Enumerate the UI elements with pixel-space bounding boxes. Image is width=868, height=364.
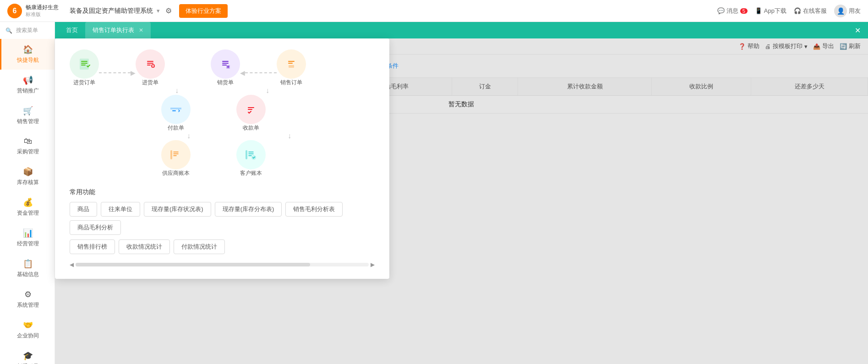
func-btn-partner[interactable]: 往来单位 [101,202,140,217]
marketing-icon: 📢 [23,75,33,85]
common-functions-section: 常用功能 商品 往来单位 现存量(库存状况表) 现存量(库存分布表) 销售毛利分… [70,188,375,254]
trial-button[interactable]: 体验行业方案 [179,4,228,18]
purchase-bill-circle[interactable] [136,49,165,79]
download-icon: 📱 [755,7,762,14]
tabs-bar: 首页 销售订单执行表 ✕ ✕ [55,22,868,38]
flow-item-customer-ledger: 客户账本 [236,140,266,177]
svg-rect-12 [170,150,172,159]
title-dropdown-icon[interactable]: ▾ [157,7,160,14]
sidebar-item-search[interactable]: 🔍 搜索菜单 [0,22,55,39]
basic-info-icon: 📋 [23,259,33,269]
message-icon: 💬 [717,7,725,14]
sidebar-item-enterprise[interactable]: 🤝 企业协同 [0,315,55,345]
flow-item-sales-order: 销售订单 [277,49,306,87]
tab-home[interactable]: 首页 [59,22,85,38]
quick-nav-modal: 进货订单 ▶ 进货单 [55,38,389,279]
settings-icon[interactable]: ⚙ [165,6,172,15]
sidebar-item-operations[interactable]: 📊 经营管理 [0,223,55,253]
purchase-bill-label: 进货单 [142,79,158,87]
scroll-right-button[interactable]: ▶ [371,261,375,268]
sidebar-item-newbie[interactable]: 🎓 新手引导 [0,345,55,364]
payment-bill-label: 付款单 [168,124,184,132]
func-btn-receipt-stat[interactable]: 收款情况统计 [119,239,170,254]
sales-order-circle[interactable] [277,49,306,79]
func-btn-product-gross[interactable]: 商品毛利分析 [70,220,121,235]
customer-ledger-label: 客户账本 [240,169,262,177]
supplier-ledger-label: 供应商账本 [162,169,190,177]
sales-bill-circle[interactable] [211,49,240,79]
sidebar-item-sys-mgmt[interactable]: ⚙ 系统管理 [0,284,55,315]
sidebar: 🔍 搜索菜单 🏠 快捷导航 📢 营销推广 🛒 销售管理 🛍 采购管理 📦 库存核… [0,22,55,364]
newbie-icon: 🎓 [23,351,33,361]
quick-nav-overlay: 进货订单 ▶ 进货单 [55,38,868,364]
header-right: 💬 消息 5 📱 App下载 🎧 在线客服 👤 用友 [717,5,861,17]
func-btn-sales-gross[interactable]: 销售毛利分析表 [285,202,343,217]
flow-item-purchase-order: 进货订单 [70,49,99,87]
flow-item-purchase-bill: 进货单 [136,49,165,87]
func-buttons-row1: 商品 往来单位 现存量(库存状况表) 现存量(库存分布表) 销售毛利分析表 商品… [70,202,375,235]
func-buttons-row2: 销售排行榜 收款情况统计 付款情况统计 [70,239,375,254]
operations-icon: 📊 [23,228,33,238]
avatar: 👤 [834,5,847,17]
sales-order-label: 销售订单 [280,79,302,87]
online-service-button[interactable]: 🎧 在线客服 [794,7,827,15]
func-btn-stock-status[interactable]: 现存量(库存状况表) [144,202,211,217]
message-button[interactable]: 💬 消息 5 [717,7,748,15]
enterprise-icon: 🤝 [23,320,33,330]
sidebar-item-purchase[interactable]: 🛍 采购管理 [0,131,55,161]
sidebar-item-sales[interactable]: 🛒 销售管理 [0,100,55,131]
modal-scrollbar: ◀ ▶ [70,261,375,268]
purchase-order-label: 进货订单 [73,79,95,87]
sys-mgmt-icon: ⚙ [24,289,32,299]
receipt-bill-label: 收款单 [243,124,259,132]
sales-icon: 🛒 [23,106,33,116]
func-btn-product[interactable]: 商品 [70,202,97,217]
app-download-button[interactable]: 📱 App下载 [755,7,786,15]
message-badge: 5 [740,8,748,14]
tab-close-icon[interactable]: ✕ [139,27,143,33]
sidebar-item-inventory[interactable]: 📦 库存核算 [0,161,55,192]
receipt-bill-circle[interactable] [236,95,266,124]
svg-rect-6 [289,65,294,68]
sidebar-item-basic-info[interactable]: 📋 基础信息 [0,253,55,284]
finance-icon: 💰 [23,197,33,207]
scrollbar-thumb [76,263,310,266]
supplier-ledger-circle[interactable] [161,140,191,169]
svg-rect-0 [80,59,89,70]
svg-rect-9 [172,110,176,111]
close-all-tabs-button[interactable]: ✕ [851,26,864,35]
sidebar-item-marketing[interactable]: 📢 营销推广 [0,70,55,100]
logo-area: 6 畅康通好生意 标准版 [7,4,62,18]
system-title: 装备及固定资产辅助管理系统 [70,7,153,15]
sales-bill-label: 销货单 [217,79,234,87]
user-menu[interactable]: 👤 用友 [834,5,861,17]
flow-item-sales-bill: 销货单 [211,49,240,87]
common-func-title: 常用功能 [70,188,375,196]
payment-bill-circle[interactable] [161,95,191,124]
logo-text: 畅康通好生意 标准版 [26,4,59,18]
sidebar-item-finance[interactable]: 💰 资金管理 [0,192,55,223]
quick-nav-icon: 🏠 [23,44,33,54]
tab-sales-order-exec[interactable]: 销售订单执行表 ✕ [85,22,151,38]
customer-ledger-circle[interactable] [236,140,266,169]
scroll-left-button[interactable]: ◀ [70,261,74,268]
svg-rect-11 [172,149,180,160]
logo-icon: 6 [7,4,22,18]
svg-rect-1 [146,59,155,70]
top-header: 6 畅康通好生意 标准版 装备及固定资产辅助管理系统 ▾ ⚙ 体验行业方案 💬 … [0,0,868,22]
sidebar-item-quick-nav[interactable]: 🏠 快捷导航 [0,39,55,70]
service-icon: 🎧 [794,7,801,14]
svg-rect-14 [246,150,247,159]
svg-rect-8 [170,108,181,109]
func-btn-payment-stat[interactable]: 付款情况统计 [174,239,225,254]
scrollbar-track[interactable] [76,263,369,266]
svg-rect-5 [287,59,296,70]
func-btn-sales-rank[interactable]: 销售排行榜 [70,239,115,254]
purchase-order-circle[interactable] [70,49,99,79]
flow-item-receipt-bill: 收款单 [236,95,266,132]
flow-item-supplier-ledger: 供应商账本 [161,140,191,177]
purchase-icon: 🛍 [24,136,32,146]
func-btn-stock-dist[interactable]: 现存量(库存分布表) [215,202,282,217]
app-title-area: 装备及固定资产辅助管理系统 ▾ ⚙ 体验行业方案 [70,4,717,18]
flow-item-payment-bill: 付款单 [161,95,191,132]
